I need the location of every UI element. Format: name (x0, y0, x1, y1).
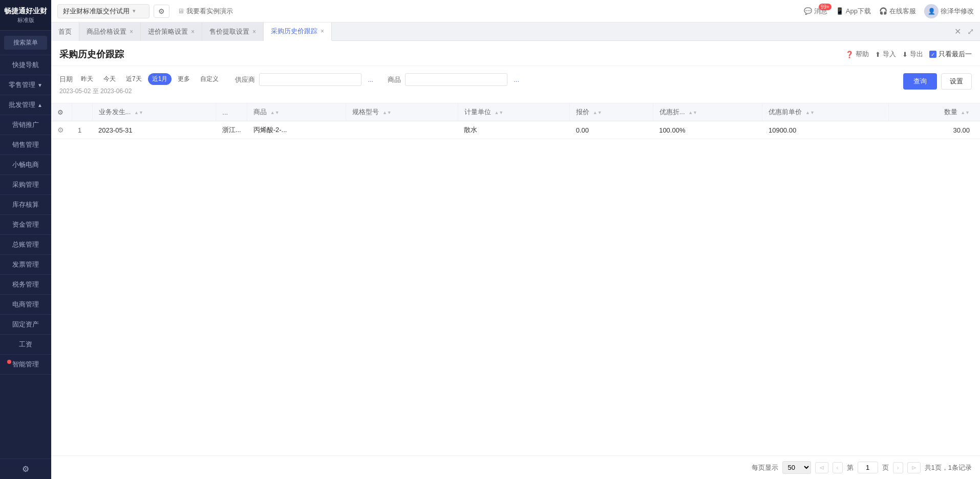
last-page-button[interactable]: ⊳ (907, 462, 921, 473)
only-last-toggle[interactable]: ✓ 只看最后一 (929, 50, 972, 59)
sidebar-item-invoice[interactable]: 发票管理 (0, 255, 51, 275)
tab-purchase-history[interactable]: 采购历史价跟踪× (264, 23, 332, 41)
goods-label: 商品 (388, 75, 401, 84)
sidebar-item-finance[interactable]: 资金管理 (0, 215, 51, 235)
page-input[interactable] (858, 462, 878, 473)
sidebar-item-fixed-assets[interactable]: 固定资产 (0, 315, 51, 335)
tab-label: 售价提取设置 (209, 27, 249, 36)
date-range-display: 2023-05-02 至 2023-06-02 (59, 87, 223, 96)
sidebar-item-quick-nav[interactable]: 快捷导航 (0, 55, 51, 75)
sidebar-item-wholesale[interactable]: 批发管理▲ (0, 95, 51, 115)
col-date[interactable]: 业务发生... ▲▼ (92, 103, 216, 121)
sort-icon: ▲▼ (961, 111, 970, 115)
page-size-label: 每页显示 (752, 463, 778, 472)
sidebar-item-ecommerce-small[interactable]: 小畅电商 (0, 155, 51, 175)
col-discount[interactable]: 优惠折... ▲▼ (653, 103, 762, 121)
sidebar-item-ecommerce[interactable]: 电商管理 (0, 295, 51, 315)
col-more[interactable]: ... (216, 103, 247, 121)
table-row: ⚙ 1 2023-05-31 浙江... 丙烯酸-2-... 散水 0.00 1… (51, 121, 980, 139)
tab-home[interactable]: 首页 (51, 23, 79, 41)
import-button[interactable]: ⬆ 导入 (875, 50, 896, 59)
checkbox-icon: ✓ (929, 51, 936, 58)
export-button[interactable]: ⬇ 导出 (902, 50, 923, 59)
prev-page-button[interactable]: ‹ (833, 462, 843, 473)
sidebar-item-payroll[interactable]: 工资 (0, 335, 51, 355)
date-option-今天[interactable]: 今天 (99, 73, 120, 85)
app-download-button[interactable]: 📱 App下载 (836, 7, 871, 16)
help-button[interactable]: ❓ 帮助 (845, 50, 869, 59)
tab-sale-price[interactable]: 售价提取设置× (202, 23, 264, 41)
page-size-select[interactable]: 50 100 200 (782, 461, 811, 474)
topbar: 好业财标准版交付试用 ▾ ⚙ 🖥 我要看实例演示 💬 消息 99+ 📱 App下… (51, 0, 980, 23)
sidebar-item-retail[interactable]: 零售管理▼ (0, 75, 51, 95)
row-spec (346, 121, 458, 139)
app-logo: 畅捷通好业财 标准版 (0, 0, 51, 31)
filter-actions: 查询 设置 (903, 73, 972, 90)
sidebar-item-inventory[interactable]: 库存核算 (0, 195, 51, 215)
maximize-button[interactable]: ⤢ (965, 26, 976, 37)
supplier-input[interactable] (259, 73, 361, 86)
close-tab-icon[interactable]: × (130, 28, 133, 35)
close-tab-button[interactable]: ✕ (952, 26, 963, 37)
settings-button[interactable]: 设置 (941, 73, 972, 90)
notification-dot (7, 360, 11, 364)
messages-button[interactable]: 💬 消息 99+ (804, 7, 827, 16)
app-logo-sub: 标准版 (17, 16, 34, 24)
col-spec[interactable]: 规格型号 ▲▼ (346, 103, 458, 121)
goods-more-button[interactable]: ... (512, 76, 521, 83)
date-option-近1月[interactable]: 近1月 (148, 73, 172, 85)
close-tab-icon[interactable]: × (252, 28, 256, 35)
tab-price[interactable]: 商品价格设置× (79, 23, 141, 41)
sidebar-item-ledger[interactable]: 总账管理 (0, 235, 51, 255)
first-page-button[interactable]: ⊲ (815, 462, 828, 473)
sidebar-item-label: 工资 (19, 340, 32, 349)
sidebar-item-tax[interactable]: 税务管理 (0, 275, 51, 295)
page-unit: 页 (882, 463, 889, 472)
user-icon: 👤 (928, 8, 935, 15)
sidebar-item-label: 资金管理 (12, 220, 39, 229)
date-option-自定义[interactable]: 自定义 (196, 73, 223, 85)
sort-icon: ▲▼ (805, 111, 815, 115)
col-goods[interactable]: 商品 ▲▼ (247, 103, 346, 121)
app-logo-text: 畅捷通好业财 (4, 6, 47, 15)
help-icon: ❓ (845, 51, 854, 58)
filter-bar: 日期 昨天今天近7天近1月更多自定义 2023-05-02 至 2023-06-… (51, 66, 980, 103)
date-option-昨天[interactable]: 昨天 (77, 73, 97, 85)
col-gear[interactable]: ⚙ (51, 103, 72, 121)
col-pre-discount[interactable]: 优惠前单价 ▲▼ (762, 103, 888, 121)
query-button[interactable]: 查询 (903, 73, 937, 90)
close-tab-icon[interactable]: × (321, 28, 324, 35)
sidebar-search-section: 搜索菜单 (0, 31, 51, 55)
search-menu-button[interactable]: 搜索菜单 (4, 36, 47, 50)
sidebar-item-purchase[interactable]: 采购管理 (0, 175, 51, 195)
col-quote[interactable]: 报价 ▲▼ (570, 103, 653, 121)
version-selector[interactable]: 好业财标准版交付试用 ▾ (57, 4, 150, 18)
gear-icon[interactable]: ⚙ (22, 465, 29, 473)
goods-input[interactable] (405, 73, 507, 86)
row-unit: 散水 (458, 121, 569, 139)
next-page-button[interactable]: › (893, 462, 903, 473)
page-label: 第 (847, 463, 854, 472)
page-actions: ❓ 帮助 ⬆ 导入 ⬇ 导出 ✓ 只看最后一 (845, 50, 972, 59)
tab-purchase-strategy[interactable]: 进价策略设置× (141, 23, 202, 41)
sidebar-item-sales[interactable]: 销售管理 (0, 135, 51, 155)
pagination-bar: 每页显示 50 100 200 ⊲ ‹ 第 页 › ⊳ 共1页，1条记录 (51, 455, 980, 479)
sidebar-item-smart[interactable]: 智能管理 (0, 355, 51, 375)
settings-icon[interactable]: ⚙ (154, 5, 169, 18)
supplier-more-button[interactable]: ... (366, 76, 375, 83)
row-gear[interactable]: ⚙ (51, 121, 72, 139)
date-option-更多[interactable]: 更多 (174, 73, 194, 85)
sidebar-item-label: 零售管理 (9, 80, 35, 90)
version-selector-text: 好业财标准版交付试用 (63, 7, 130, 16)
app-download-label: App下载 (846, 7, 871, 16)
sidebar-item-label: 固定资产 (12, 320, 39, 329)
col-quantity[interactable]: 数量 ▲▼ (888, 103, 980, 121)
close-tab-icon[interactable]: × (191, 28, 195, 35)
user-menu[interactable]: 👤 徐泽华修改 (924, 4, 974, 18)
sidebar-item-marketing[interactable]: 营销推广 (0, 115, 51, 135)
demo-link[interactable]: 🖥 我要看实例演示 (178, 7, 233, 16)
online-service-button[interactable]: 🎧 在线客服 (879, 7, 916, 16)
row-quote: 0.00 (570, 121, 653, 139)
date-option-近7天[interactable]: 近7天 (122, 73, 146, 85)
col-unit[interactable]: 计量单位 ▲▼ (458, 103, 569, 121)
